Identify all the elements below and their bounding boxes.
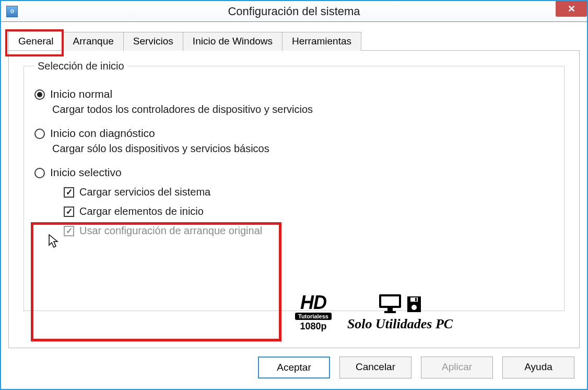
titlebar: ⚙ Configuración del sistema ✕ <box>1 1 587 22</box>
option-normal-row: Inicio normal <box>34 88 554 100</box>
watermark-tag: Tutorialess <box>295 313 332 320</box>
option-selective-row: Inicio selectivo <box>34 166 554 179</box>
tab-panel-general: Selección de inicio Inicio normal Cargar… <box>8 50 580 348</box>
tab-general[interactable]: General <box>8 31 64 50</box>
checkbox-use-original-label: Usar configuración de arranque original <box>79 225 262 237</box>
radio-selective[interactable] <box>34 168 45 178</box>
app-icon: ⚙ <box>6 6 18 17</box>
option-diagnostic-row: Inicio con diagnóstico <box>34 127 554 140</box>
radio-diagnostic[interactable] <box>34 129 45 139</box>
tab-servicios[interactable]: Servicios <box>123 32 183 51</box>
watermark-resolution: 1080p <box>295 321 332 332</box>
help-button[interactable]: Ayuda <box>502 357 574 378</box>
radio-diagnostic-desc: Cargar sólo los dispositivos y servicios… <box>52 143 554 155</box>
tab-inicio-windows[interactable]: Inicio de Windows <box>183 32 283 51</box>
radio-normal-desc: Cargar todos los controladores de dispos… <box>52 104 554 116</box>
selective-suboptions: Cargar servicios del sistema Cargar elem… <box>64 186 554 237</box>
checkbox-use-original <box>64 226 74 236</box>
checkbox-use-original-row: Usar configuración de arranque original <box>64 225 554 237</box>
watermark-text: Solo Utilidades PC <box>347 316 453 332</box>
client-area: General Arranque Servicios Inicio de Win… <box>1 22 587 389</box>
checkbox-load-startup-row: Cargar elementos de inicio <box>64 205 554 217</box>
checkbox-load-startup[interactable] <box>64 207 74 217</box>
checkbox-load-services-row: Cargar servicios del sistema <box>64 186 554 198</box>
checkbox-load-startup-label: Cargar elementos de inicio <box>79 205 204 217</box>
group-legend: Selección de inicio <box>34 60 127 72</box>
apply-button: Aplicar <box>421 357 493 378</box>
radio-diagnostic-label: Inicio con diagnóstico <box>50 127 155 140</box>
msconfig-window: ⚙ Configuración del sistema ✕ General Ar… <box>0 0 588 390</box>
window-title: Configuración del sistema <box>1 5 587 18</box>
checkbox-load-services[interactable] <box>64 187 74 198</box>
radio-normal[interactable] <box>34 89 45 100</box>
ok-button[interactable]: Aceptar <box>258 357 330 378</box>
tab-arranque[interactable]: Arranque <box>63 32 124 51</box>
checkbox-load-services-label: Cargar servicios del sistema <box>79 186 210 198</box>
cancel-button[interactable]: Cancelar <box>339 357 411 378</box>
startup-selection-group: Selección de inicio Inicio normal Cargar… <box>23 60 565 311</box>
close-icon: ✕ <box>568 3 575 15</box>
tab-strip: General Arranque Servicios Inicio de Win… <box>8 31 580 50</box>
dialog-button-bar: Aceptar Cancelar Aplicar Ayuda <box>8 348 580 384</box>
svg-rect-3 <box>384 311 396 313</box>
radio-selective-label: Inicio selectivo <box>50 166 122 179</box>
tab-herramientas[interactable]: Herramientas <box>282 32 361 51</box>
radio-normal-label: Inicio normal <box>50 88 112 100</box>
close-button[interactable]: ✕ <box>556 1 587 17</box>
